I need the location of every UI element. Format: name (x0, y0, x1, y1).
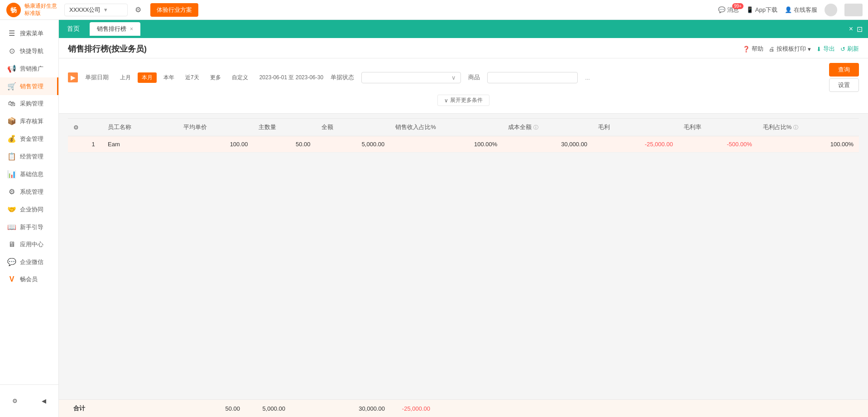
date-range-display: 2023-06-01 至 2023-06-30 (259, 74, 323, 81)
more-filters-icon[interactable]: ... (585, 74, 590, 81)
message-badge: 99+ (732, 3, 743, 9)
th-profit: 毛利 (593, 119, 678, 136)
filter-toggle-button[interactable]: ▶ (68, 72, 78, 82)
profit-pct-info-icon[interactable]: ⓘ (793, 125, 798, 130)
this-year-button[interactable]: 本年 (159, 72, 178, 83)
table-header: ⚙ 员工名称 平均单价 主数量 全额 销售收入占比% 成本全额 ⓘ 毛利 毛利率… (68, 119, 859, 136)
filter-setting-button[interactable]: 设置 (829, 78, 859, 92)
page-actions: ❓ 帮助 🖨 按模板打印 ▾ ⬇ 导出 ↺ 刷新 (743, 45, 859, 53)
settings-bottom-icon: ⚙ (12, 398, 18, 404)
more-date-button[interactable]: 更多 (206, 72, 225, 83)
app-download-button[interactable]: 📱 App下载 (746, 6, 777, 14)
status-filter-label: 单据状态 (331, 73, 354, 81)
sidebar-item-marketing[interactable]: 📢 营销推广 (0, 60, 58, 77)
filter-row-1: ▶ 单据日期 上月 本月 本年 近7天 更多 自定义 2023-06-01 至 … (68, 63, 859, 92)
expand-more-conditions-button[interactable]: ∨ 展开更多条件 (437, 95, 489, 106)
collab-icon: 🤝 (7, 205, 16, 214)
user-name-display (844, 4, 863, 16)
company-selector[interactable]: XXXXX公司 ▾ (64, 4, 128, 16)
sidebar-item-basic[interactable]: 📊 基础信息 (0, 165, 58, 183)
footer-qty-val: 50.00 (200, 405, 245, 412)
purchase-icon: 🛍 (7, 100, 16, 108)
online-support-button[interactable]: 👤 在线客服 (785, 6, 817, 14)
sidebar-item-operation[interactable]: 📋 经营管理 (0, 148, 58, 165)
message-button[interactable]: 💬 消息 99+ (718, 6, 739, 14)
th-profit-pct: 毛利占比% ⓘ (758, 119, 859, 136)
export-button[interactable]: ⬇ 导出 (816, 45, 835, 53)
print-arrow-icon: ▾ (808, 46, 811, 53)
th-sales-pct: 销售收入占比% (390, 119, 503, 136)
top-right-actions: 💬 消息 99+ 📱 App下载 👤 在线客服 (718, 4, 863, 16)
footer-profit: -25,000.00 (390, 405, 436, 412)
company-name: XXXXX公司 (69, 6, 101, 14)
th-settings: ⚙ (68, 119, 84, 136)
status-arrow-icon: ∨ (451, 74, 456, 81)
sidebar-item-search[interactable]: ☰ 搜索菜单 (0, 24, 58, 42)
refresh-button[interactable]: ↺ 刷新 (840, 45, 859, 53)
guide-icon: 📖 (7, 223, 16, 231)
sidebar-item-label-purchase: 采购管理 (20, 100, 43, 108)
data-table: ⚙ 员工名称 平均单价 主数量 全额 销售收入占比% 成本全额 ⓘ 毛利 毛利率… (68, 118, 859, 153)
export-icon: ⬇ (816, 46, 821, 53)
row-sales-pct: 100.00% (390, 136, 503, 153)
member-icon: V (7, 275, 16, 283)
logo-area: 畅 畅康通好生意 标准版 (5, 2, 64, 18)
sidebar-collapse-button[interactable]: ◀ (34, 393, 53, 409)
sidebar-item-collab[interactable]: 🤝 企业协同 (0, 201, 58, 218)
sidebar-item-label-system: 系统管理 (20, 188, 43, 196)
filter-area: ▶ 单据日期 上月 本月 本年 近7天 更多 自定义 2023-06-01 至 … (59, 58, 868, 114)
settings-icon[interactable]: ⚙ (131, 3, 145, 17)
sidebar-item-member[interactable]: V 畅会员 (0, 271, 58, 288)
sidebar-item-purchase[interactable]: 🛍 采购管理 (0, 95, 58, 112)
tab-window-restore-icon[interactable]: ⊡ (857, 25, 863, 34)
custom-date-button[interactable]: 自定义 (228, 72, 252, 83)
sidebar-item-guide[interactable]: 📖 新手引导 (0, 218, 58, 236)
avatar[interactable] (825, 4, 837, 16)
sidebar-item-label-sales: 销售管理 (20, 82, 43, 91)
trial-button[interactable]: 体验行业方案 (150, 3, 198, 17)
help-icon: ❓ (743, 46, 750, 53)
export-label: 导出 (823, 45, 835, 53)
sidebar-item-finance[interactable]: 💰 资金管理 (0, 130, 58, 148)
sidebar-item-wechat[interactable]: 💬 企业微信 (0, 253, 58, 271)
support-icon: 👤 (785, 6, 792, 13)
refresh-label: 刷新 (847, 45, 859, 53)
last-month-button[interactable]: 上月 (116, 72, 135, 83)
marketing-icon: 📢 (7, 64, 16, 73)
basic-icon: 📊 (7, 170, 16, 178)
sidebar-item-quick[interactable]: ⊙ 快捷导航 (0, 42, 58, 60)
system-icon: ⚙ (7, 187, 16, 196)
sidebar-item-label-wechat: 企业微信 (20, 258, 43, 266)
sidebar-item-label-quick: 快捷导航 (20, 47, 43, 55)
help-button[interactable]: ❓ 帮助 (743, 45, 763, 53)
table-container[interactable]: ⚙ 员工名称 平均单价 主数量 全额 销售收入占比% 成本全额 ⓘ 毛利 毛利率… (59, 114, 868, 399)
tab-home[interactable]: 首页 (59, 20, 88, 38)
sidebar-settings-button[interactable]: ⚙ (5, 393, 25, 409)
this-month-button[interactable]: 本月 (138, 72, 157, 83)
tab-window-close-icon[interactable]: × (849, 25, 853, 33)
row-name: Eam (102, 136, 178, 153)
sidebar-item-inventory[interactable]: 📦 库存核算 (0, 112, 58, 130)
tab-sales-ranking[interactable]: 销售排行榜 × (90, 22, 140, 36)
sidebar-item-label-guide: 新手引导 (20, 223, 43, 231)
search-menu-icon: ☰ (7, 29, 16, 38)
tab-bar-right: × ⊡ (849, 25, 868, 34)
status-selector[interactable]: ∨ (361, 72, 461, 83)
sidebar-item-label-member: 畅会员 (20, 275, 38, 283)
print-button[interactable]: 🖨 按模板打印 ▾ (769, 45, 811, 53)
sidebar-item-apps[interactable]: 🖥 应用中心 (0, 236, 58, 253)
top-bar: 畅 畅康通好生意 标准版 XXXXX公司 ▾ ⚙ 体验行业方案 💬 消息 99+… (0, 0, 868, 20)
last7days-button[interactable]: 近7天 (181, 72, 203, 83)
sidebar-item-sales[interactable]: 🛒 销售管理 (0, 77, 58, 95)
goods-input[interactable] (487, 72, 578, 83)
logo-icon: 畅 (5, 2, 22, 18)
query-button[interactable]: 查询 (829, 63, 859, 77)
row-profit-pct: 100.00% (758, 136, 859, 153)
th-cost: 成本全额 ⓘ (503, 119, 593, 136)
tab-close-icon[interactable]: × (130, 26, 133, 32)
date-options: 上月 本月 本年 近7天 更多 自定义 (116, 72, 252, 83)
sidebar-item-system[interactable]: ⚙ 系统管理 (0, 183, 58, 201)
th-profit-rate: 毛利率 (678, 119, 758, 136)
message-icon: 💬 (718, 6, 725, 13)
cost-info-icon[interactable]: ⓘ (533, 125, 538, 130)
